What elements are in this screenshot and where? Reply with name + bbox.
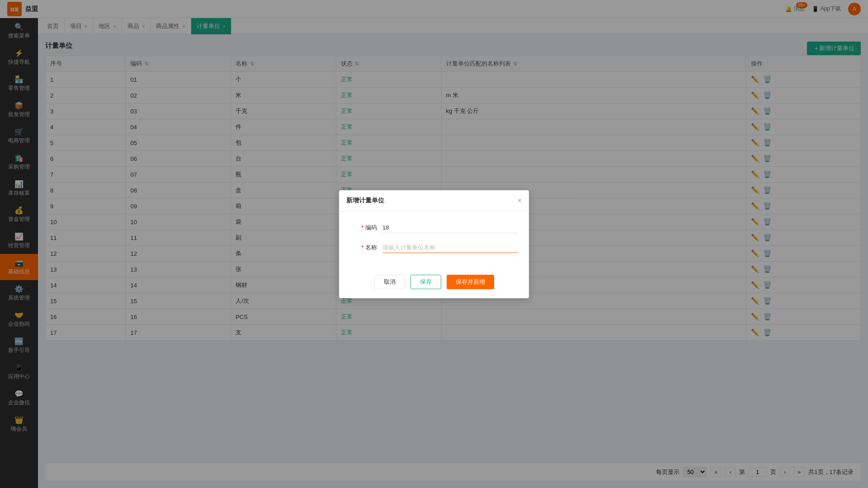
form-row-code: 编码 (350, 222, 518, 233)
cancel-button[interactable]: 取消 (374, 275, 405, 289)
form-label-name: 名称 (350, 244, 377, 252)
save-button[interactable]: 保存 (410, 275, 441, 289)
modal-title: 新增计量单位 (346, 197, 384, 205)
form-input-code[interactable] (382, 222, 518, 233)
modal-overlay[interactable]: 新增计量单位 × 编码 名称 取消 保存 保存并新增 (0, 0, 868, 488)
modal-body: 编码 名称 (339, 211, 529, 269)
form-input-name[interactable] (382, 242, 518, 253)
modal-close-btn[interactable]: × (518, 197, 522, 204)
modal-footer: 取消 保存 保存并新增 (339, 269, 529, 298)
add-unit-modal: 新增计量单位 × 编码 名称 取消 保存 保存并新增 (339, 190, 529, 298)
form-row-name: 名称 (350, 242, 518, 253)
save-and-new-button[interactable]: 保存并新增 (447, 275, 494, 289)
modal-header: 新增计量单位 × (339, 190, 529, 211)
form-label-code: 编码 (350, 224, 377, 232)
